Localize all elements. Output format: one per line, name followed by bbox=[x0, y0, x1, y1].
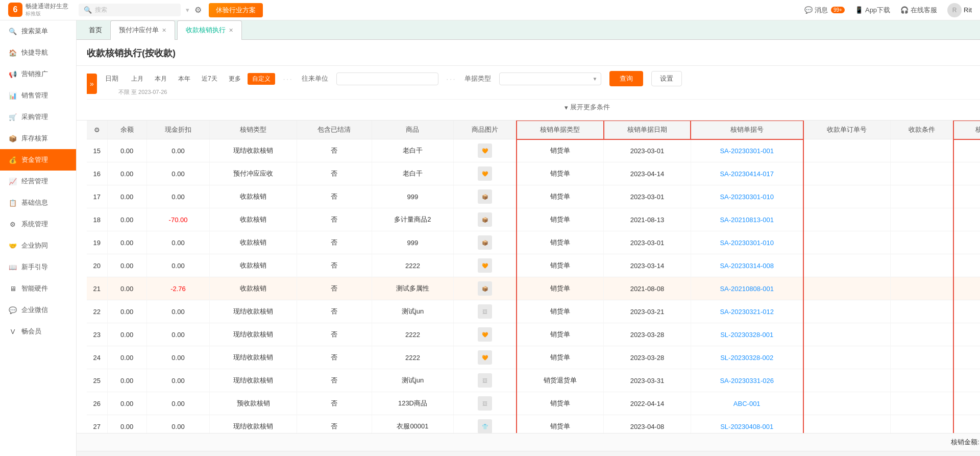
bill-no-link[interactable]: SL-20230328-002 bbox=[720, 354, 773, 362]
brand-line1: 畅捷通谱好生意 bbox=[26, 3, 68, 10]
cell-bill-type: 销货单 bbox=[517, 254, 603, 277]
tab-home[interactable]: 首页 bbox=[81, 20, 110, 40]
sidebar-item-search[interactable]: 🔍 搜索菜单 bbox=[0, 20, 76, 42]
tab-prepay-close[interactable]: ✕ bbox=[162, 27, 166, 34]
sidebar-item-label: 营销推广 bbox=[21, 69, 48, 79]
setting-button[interactable]: 设置 bbox=[651, 71, 682, 86]
cell-goods-img: 🖼 bbox=[454, 392, 517, 415]
last-7-days-btn[interactable]: 近7天 bbox=[197, 73, 222, 85]
sidebar-item-basics[interactable]: 📋 基础信息 bbox=[0, 192, 76, 213]
more-date-btn[interactable]: 更多 bbox=[224, 73, 246, 85]
col-settings[interactable]: ⚙ bbox=[87, 121, 107, 139]
bill-no-link[interactable]: SA-20230301-001 bbox=[720, 147, 774, 155]
bill-no-link[interactable]: SA-20230321-012 bbox=[720, 308, 774, 316]
cell-include-cleared: 否 bbox=[297, 139, 372, 162]
bill-no-link[interactable]: ABC-001 bbox=[733, 400, 761, 407]
unit-filter-input[interactable] bbox=[336, 73, 438, 85]
sidebar-item-hardware[interactable]: 🖥 智能硬件 bbox=[0, 278, 76, 299]
member-icon: V bbox=[8, 327, 17, 336]
sidebar-item-inventory[interactable]: 📦 库存核算 bbox=[0, 128, 76, 149]
message-badge: 99+ bbox=[831, 7, 845, 13]
cell-verify-amount: 100.00 bbox=[953, 415, 980, 434]
bill-no-link[interactable]: SA-20230331-026 bbox=[720, 377, 774, 385]
cell-balance: 0.00 bbox=[107, 162, 146, 185]
cell-id: 20 bbox=[87, 254, 107, 277]
bill-type-select[interactable] bbox=[499, 73, 601, 85]
filter-expand-button[interactable]: » bbox=[87, 74, 97, 94]
sidebar-item-finance[interactable]: 💰 资金管理 bbox=[0, 149, 76, 171]
table-container[interactable]: ⚙ 余额 现金折扣 核销类型 包含已结清 商品 商品图片 核销单据类型 核销单据… bbox=[77, 121, 980, 433]
bill-no-link[interactable]: SA-20210813-001 bbox=[720, 216, 774, 224]
filter-dots-2: ··· bbox=[447, 75, 457, 83]
cell-goods-img: 📦 bbox=[454, 231, 517, 254]
sidebar-item-operations[interactable]: 📈 经营管理 bbox=[0, 171, 76, 192]
cell-verify-amount: 60.00 bbox=[953, 231, 980, 254]
cell-bill-date: 2023-03-01 bbox=[604, 231, 691, 254]
sidebar-item-label: 搜索菜单 bbox=[21, 27, 48, 36]
horizontal-scrollbar[interactable] bbox=[77, 451, 980, 456]
cell-cash-discount: 0.00 bbox=[146, 162, 210, 185]
cell-cash-discount: -2.76 bbox=[146, 277, 210, 300]
cell-cash-discount: 0.00 bbox=[146, 392, 210, 415]
table-row: 15 0.00 0.00 现结收款核销 否 老白干 🧡 销货单 2023-03-… bbox=[87, 139, 980, 162]
expand-more-btn[interactable]: ▾ 展开更多条件 bbox=[87, 99, 980, 115]
table-row: 26 0.00 0.00 预收款核销 否 123D商品 🖼 销货单 2022-0… bbox=[87, 392, 980, 415]
message-item[interactable]: 💬 消息 99+ bbox=[804, 6, 845, 15]
settings-gear-icon[interactable]: ⚙ bbox=[194, 5, 202, 15]
cell-id: 21 bbox=[87, 277, 107, 300]
cell-include-cleared: 否 bbox=[297, 346, 372, 369]
bill-no-link[interactable]: SL-20230328-001 bbox=[720, 331, 773, 339]
cell-balance: 0.00 bbox=[107, 346, 146, 369]
online-service-item[interactable]: 🎧 在线客服 bbox=[900, 6, 937, 15]
bill-no-link[interactable]: SL-20230408-001 bbox=[720, 423, 773, 430]
sidebar-item-member[interactable]: V 畅会员 bbox=[0, 321, 76, 342]
cell-bill-date: 2021-08-08 bbox=[604, 277, 691, 300]
last-month-btn[interactable]: 上月 bbox=[127, 73, 148, 85]
user-area[interactable]: R Rit bbox=[947, 3, 972, 17]
tab-verify-close[interactable]: ✕ bbox=[229, 27, 233, 34]
sidebar-item-system[interactable]: ⚙ 系统管理 bbox=[0, 213, 76, 235]
bill-no-link[interactable]: SA-20230301-010 bbox=[720, 193, 774, 201]
online-service-label: 在线客服 bbox=[911, 6, 937, 15]
wechat-icon: 💬 bbox=[8, 305, 17, 315]
bill-no-link[interactable]: SA-20210808-001 bbox=[720, 285, 774, 293]
brand-text: 畅捷通谱好生意 标推版 bbox=[26, 3, 68, 17]
cell-bill-no: SA-20230301-010 bbox=[691, 231, 803, 254]
marketing-icon: 📢 bbox=[8, 69, 17, 79]
topbar-search[interactable]: 🔍 搜索 bbox=[79, 4, 181, 16]
sidebar-item-purchase[interactable]: 🛒 采购管理 bbox=[0, 106, 76, 128]
app-download-item[interactable]: 📱 App下载 bbox=[855, 6, 890, 15]
page-title: 收款核销执行(按收款) bbox=[87, 47, 176, 59]
table-header-row: ⚙ 余额 现金折扣 核销类型 包含已结清 商品 商品图片 核销单据类型 核销单据… bbox=[87, 121, 980, 139]
col-balance: 余额 bbox=[107, 121, 146, 139]
sidebar-item-collab[interactable]: 🤝 企业协同 bbox=[0, 235, 76, 256]
col-verify-amount: 核销金额 bbox=[953, 121, 980, 139]
cell-goods-img: 🧡 bbox=[454, 323, 517, 346]
tab-prepay[interactable]: 预付冲应付单 ✕ bbox=[110, 20, 175, 40]
this-month-btn[interactable]: 本月 bbox=[150, 73, 172, 85]
sidebar: 🔍 搜索菜单 🏠 快捷导航 📢 营销推广 📊 销售管理 🛒 采购管理 📦 库存核… bbox=[0, 20, 77, 456]
sidebar-item-guide[interactable]: 📖 新手引导 bbox=[0, 256, 76, 278]
query-button[interactable]: 查询 bbox=[609, 71, 643, 86]
bill-no-link[interactable]: SA-20230301-010 bbox=[720, 239, 774, 247]
cell-balance: 0.00 bbox=[107, 139, 146, 162]
filter-dots: ··· bbox=[283, 75, 293, 83]
this-year-btn[interactable]: 本年 bbox=[174, 73, 195, 85]
sidebar-item-nav[interactable]: 🏠 快捷导航 bbox=[0, 42, 76, 63]
dropdown-arrow-icon[interactable]: ▾ bbox=[186, 6, 189, 14]
solution-button[interactable]: 休验行业方案 bbox=[209, 3, 263, 17]
tab-verify[interactable]: 收款核销执行 ✕ bbox=[177, 20, 242, 40]
cell-verify-amount: 10.00 bbox=[953, 300, 980, 323]
bill-no-link[interactable]: SA-20230314-008 bbox=[720, 262, 774, 270]
cell-bill-no: SA-20230414-017 bbox=[691, 162, 803, 185]
cell-cash-discount: 0.00 bbox=[146, 300, 210, 323]
sidebar-item-sales[interactable]: 📊 销售管理 bbox=[0, 85, 76, 106]
cell-receipt-cond bbox=[890, 139, 953, 162]
custom-date-btn[interactable]: 自定义 bbox=[248, 73, 275, 85]
cell-verify-amount: 20.00 bbox=[953, 392, 980, 415]
cell-receipt-order bbox=[803, 139, 890, 162]
bill-no-link[interactable]: SA-20230414-017 bbox=[720, 170, 774, 178]
tab-prepay-label: 预付冲应付单 bbox=[119, 26, 159, 35]
sidebar-item-marketing[interactable]: 📢 营销推广 bbox=[0, 63, 76, 85]
sidebar-item-wechat[interactable]: 💬 企业微信 bbox=[0, 299, 76, 321]
